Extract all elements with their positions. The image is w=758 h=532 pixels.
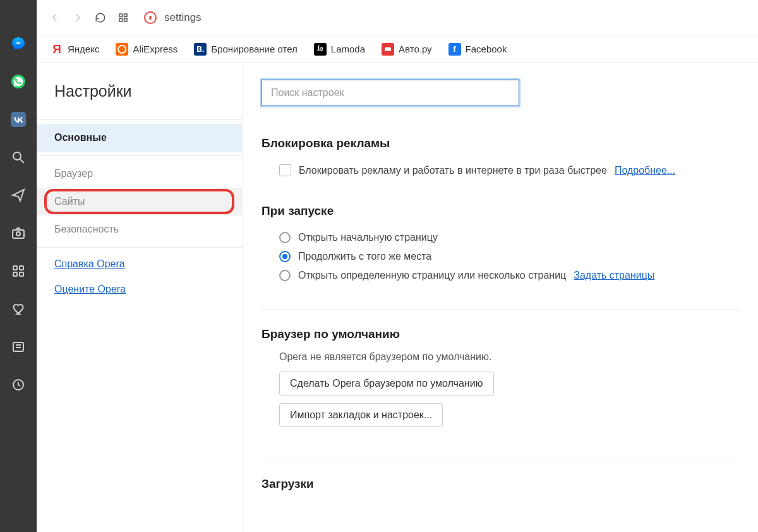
startup-home-label: Открыть начальную страницу [298,232,438,243]
svg-rect-9 [20,272,23,276]
booking-icon: B. [194,43,207,56]
settings-pane: Поиск настроек Блокировка рекламы Блокир… [243,63,758,532]
bookmark-yandex[interactable]: Я Яндекс [51,42,99,56]
nav-rate-link[interactable]: Оцените Opera [37,277,242,302]
bookmark-label: AliExpress [133,44,177,54]
divider [262,309,739,310]
bookmark-label: Lamoda [331,44,365,54]
address-bar[interactable]: settings [144,11,745,24]
bookmark-auto[interactable]: Авто.ру [382,43,432,56]
bookmark-label: Авто.ру [399,44,432,54]
svg-rect-17 [124,18,128,21]
heart-icon[interactable] [10,301,27,317]
startup-specific-label: Открыть определенную страницу или нескол… [298,270,566,281]
svg-line-3 [20,159,24,163]
bookmark-booking[interactable]: B. Бронирование отел [194,43,298,56]
bookmarks-bar: Я Яндекс AliExpress B. Бронирование отел… [37,35,758,63]
auto-icon [382,43,394,56]
address-text: settings [164,11,202,24]
svg-rect-8 [13,272,17,276]
ads-block-label: Блокировать рекламу и работать в интерне… [299,165,607,176]
bookmark-lamoda[interactable]: la Lamoda [314,43,365,56]
startup-resume-label: Продолжить с того же места [298,251,431,262]
bookmark-label: Facebook [466,44,507,54]
startup-set-pages-link[interactable]: Задать страницы [574,270,654,281]
lamoda-icon: la [314,43,327,56]
startup-heading: При запуске [262,204,739,218]
browser-window: settings Я Яндекс AliExpress B. Брониров… [37,0,758,532]
bookmark-label: Бронирование отел [211,44,298,54]
ads-heading: Блокировка рекламы [262,136,739,150]
facebook-icon: f [448,43,461,56]
reload-button[interactable] [95,12,106,23]
bookmark-aliexpress[interactable]: AliExpress [116,43,177,56]
set-default-button[interactable]: Сделать Opera браузером по умолчанию [279,372,494,396]
speed-dial-button[interactable] [117,12,129,23]
nav-sites-label: Сайты [54,196,85,207]
settings-title: Настройки [37,80,242,119]
settings-sidebar: Настройки Основные Браузер Сайты Безопас… [37,63,243,532]
svg-rect-7 [20,266,23,270]
svg-rect-4 [13,230,24,238]
nav-basic[interactable]: Основные [37,124,242,152]
svg-rect-16 [119,18,123,21]
messenger-icon[interactable] [10,35,27,52]
section-default-browser: Браузер по умолчанию Opera не является б… [262,327,739,435]
nav-security[interactable]: Безопасность [37,215,242,243]
grid-icon[interactable] [10,263,27,279]
settings-content: Настройки Основные Браузер Сайты Безопас… [37,63,758,532]
nav-browser[interactable]: Браузер [37,160,242,188]
ads-more-link[interactable]: Подробнее... [615,165,675,176]
divider [262,459,739,459]
svg-rect-6 [13,266,17,270]
camera-icon[interactable] [10,225,27,241]
aliexpress-icon [116,43,128,56]
startup-home-radio[interactable] [279,232,291,243]
nav-sites[interactable]: Сайты [37,188,242,215]
bookmark-label: Яндекс [68,44,99,54]
section-startup: При запуске Открыть начальную страницу П… [262,204,739,285]
vk-icon[interactable] [10,111,27,128]
default-heading: Браузер по умолчанию [262,327,739,341]
startup-specific-radio[interactable] [279,270,291,281]
section-downloads: Загрузки [262,477,739,491]
opera-icon [144,11,157,24]
startup-resume-radio[interactable] [279,251,291,262]
history-icon[interactable] [10,377,27,393]
back-button[interactable] [49,12,61,23]
svg-rect-15 [124,14,128,17]
bookmark-facebook[interactable]: f Facebook [448,43,507,56]
section-ad-block: Блокировка рекламы Блокировать рекламу и… [262,136,739,180]
svg-point-5 [16,232,20,236]
send-icon[interactable] [10,187,27,203]
whatsapp-icon[interactable] [10,73,27,90]
yandex-icon: Я [51,42,63,56]
nav-help-link[interactable]: Справка Opera [37,251,242,277]
ads-block-checkbox[interactable] [279,164,291,176]
svg-point-2 [13,152,21,160]
import-button[interactable]: Импорт закладок и настроек... [279,403,443,427]
search-placeholder: Поиск настроек [271,87,344,99]
browser-toolbar: settings [37,0,758,35]
settings-search-input[interactable]: Поиск настроек [262,80,519,106]
downloads-heading: Загрузки [262,477,739,491]
search-icon[interactable] [10,149,27,166]
news-icon[interactable] [10,339,27,355]
app-side-rail [0,0,37,532]
default-status: Opera не является браузером по умолчанию… [262,351,739,363]
forward-button[interactable] [72,12,83,23]
svg-rect-14 [119,14,123,17]
